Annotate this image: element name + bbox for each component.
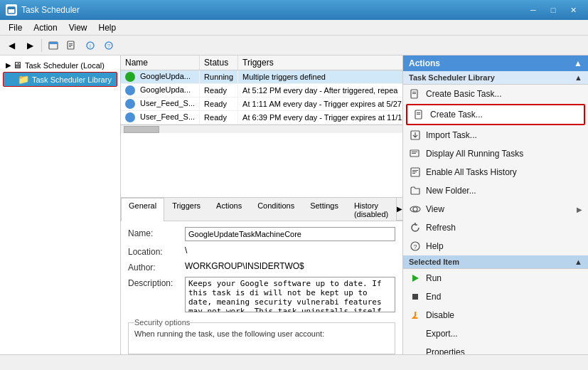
maximize-button[interactable]: □ [544, 3, 562, 17]
tab-actions[interactable]: Actions [208, 198, 250, 221]
action-create-basic[interactable]: Create Basic Task... [403, 85, 588, 103]
refresh-label: Refresh [426, 223, 456, 233]
cell-name-3: User_Feed_S... [121, 97, 200, 111]
refresh-icon [409, 221, 422, 234]
toolbar-btn3[interactable]: i [82, 38, 99, 53]
svg-rect-17 [417, 114, 420, 115]
col-name[interactable]: Name [121, 56, 200, 70]
new-folder-label: New Folder... [426, 186, 476, 196]
task-list[interactable]: Name Status Triggers GoogleUpda... Runni… [121, 56, 402, 198]
tree-icon-local: 🖥 [13, 60, 22, 70]
library-subheader: Task Scheduler Library ▲ [403, 71, 588, 85]
cell-triggers-3: At 1:11 AM every day - Trigger expires a… [238, 97, 402, 111]
tab-history[interactable]: History (disabled) [346, 198, 396, 221]
tab-conditions[interactable]: Conditions [250, 198, 302, 221]
disable-icon [409, 309, 422, 322]
toolbar-forward[interactable]: ▶ [21, 38, 38, 53]
tab-general[interactable]: General [121, 198, 164, 221]
action-refresh[interactable]: Refresh [403, 218, 588, 237]
tab-scroll-btn[interactable]: ▶ [396, 198, 402, 221]
scrollbar-thumb [124, 126, 159, 133]
selected-subheader: Selected Item ▲ [403, 255, 588, 269]
action-help[interactable]: ? Help [403, 237, 588, 255]
help-label: Help [426, 241, 444, 251]
library-collapse[interactable]: ▲ [574, 73, 582, 82]
menu-view[interactable]: View [63, 21, 93, 34]
selected-collapse[interactable]: ▲ [574, 258, 582, 266]
tab-settings[interactable]: Settings [302, 198, 346, 221]
svg-rect-23 [412, 170, 418, 171]
svg-rect-7 [69, 46, 71, 47]
action-display-running[interactable]: Display All Running Tasks [403, 144, 588, 163]
app-icon [6, 4, 17, 16]
tab-triggers[interactable]: Triggers [164, 198, 208, 221]
minimize-button[interactable]: ─ [524, 3, 542, 17]
enable-history-icon [409, 166, 422, 179]
action-enable-history[interactable]: Enable All Tasks History [403, 163, 588, 181]
svg-rect-21 [412, 153, 416, 154]
svg-rect-25 [412, 173, 415, 174]
svg-rect-1 [8, 7, 15, 9]
tree-item-local[interactable]: ▶ 🖥 Task Scheduler (Local) [3, 58, 117, 72]
form-body: Name: Location: \ Author: WORKGROUP\INSI… [121, 221, 402, 354]
table-row[interactable]: GoogleUpda... Ready At 5:12 PM every day… [121, 84, 402, 97]
tree-panel: ▶ 🖥 Task Scheduler (Local) 📁 Task Schedu… [0, 56, 121, 354]
tree-label-library: Task Scheduler Library [32, 75, 112, 84]
tree-item-library[interactable]: 📁 Task Scheduler Library [3, 72, 117, 87]
title-bar: Task Scheduler ─ □ ✕ [0, 0, 588, 20]
svg-rect-20 [412, 152, 417, 152]
close-button[interactable]: ✕ [564, 3, 582, 17]
task-icon-4 [125, 112, 135, 122]
svg-rect-13 [412, 92, 416, 92]
run-icon [409, 272, 422, 285]
tree-label-local: Task Scheduler (Local) [25, 61, 105, 70]
cell-triggers-4: At 6:39 PM every day - Trigger expires a… [238, 111, 402, 125]
toolbar-back[interactable]: ◀ [3, 38, 20, 53]
cell-status-2: Ready [200, 84, 238, 97]
toolbar-btn1[interactable] [45, 38, 62, 53]
display-running-label: Display All Running Tasks [426, 149, 523, 159]
action-new-folder[interactable]: New Folder... [403, 181, 588, 200]
tree-icon-library: 📁 [18, 74, 29, 85]
action-end[interactable]: End [403, 287, 588, 306]
end-icon [409, 290, 422, 303]
end-label: End [426, 292, 441, 302]
action-run[interactable]: Run [403, 269, 588, 287]
col-status[interactable]: Status [200, 56, 238, 70]
run-label: Run [426, 273, 442, 283]
menu-file[interactable]: File [3, 21, 28, 34]
action-disable[interactable]: Disable [403, 306, 588, 324]
library-title: Task Scheduler Library [409, 73, 495, 82]
toolbar-btn4[interactable]: ? [100, 38, 117, 53]
action-export[interactable]: Export... [403, 324, 588, 343]
location-label: Location: [128, 245, 185, 257]
window-title: Task Scheduler [21, 5, 524, 15]
action-import-task[interactable]: Import Task... [403, 126, 588, 144]
action-view[interactable]: View ▶ [403, 200, 588, 218]
menu-action[interactable]: Action [28, 21, 63, 34]
actions-scroll-up[interactable]: ▲ [574, 58, 582, 68]
action-properties[interactable]: Properties [403, 343, 588, 354]
new-folder-icon [409, 184, 422, 197]
name-input[interactable] [185, 227, 395, 241]
toolbar-btn2[interactable] [63, 38, 80, 53]
cell-name-4: User_Feed_S... [121, 111, 200, 125]
col-triggers[interactable]: Triggers [238, 56, 402, 70]
detail-panel: General Triggers Actions Conditions Sett… [121, 198, 402, 354]
menu-help[interactable]: Help [93, 21, 122, 34]
task-table: Name Status Triggers GoogleUpda... Runni… [121, 56, 402, 125]
form-row-name: Name: [128, 227, 395, 241]
tree-arrow-local: ▶ [6, 61, 11, 69]
table-row[interactable]: GoogleUpda... Running Multiple triggers … [121, 70, 402, 84]
h-scrollbar[interactable] [121, 125, 402, 133]
export-icon [409, 327, 422, 340]
help-icon: ? [409, 240, 422, 253]
description-textarea[interactable]: Keeps your Google software up to date. I… [185, 277, 395, 312]
view-arrow: ▶ [577, 206, 582, 213]
form-row-location: Location: \ [128, 245, 395, 257]
action-create-task[interactable]: Create Task... [406, 104, 585, 125]
table-row[interactable]: User_Feed_S... Ready At 1:11 AM every da… [121, 97, 402, 111]
toolbar-separator-1 [41, 39, 42, 52]
table-row[interactable]: User_Feed_S... Ready At 6:39 PM every da… [121, 111, 402, 125]
actions-panel: Actions ▲ Task Scheduler Library ▲ Creat… [403, 56, 588, 354]
